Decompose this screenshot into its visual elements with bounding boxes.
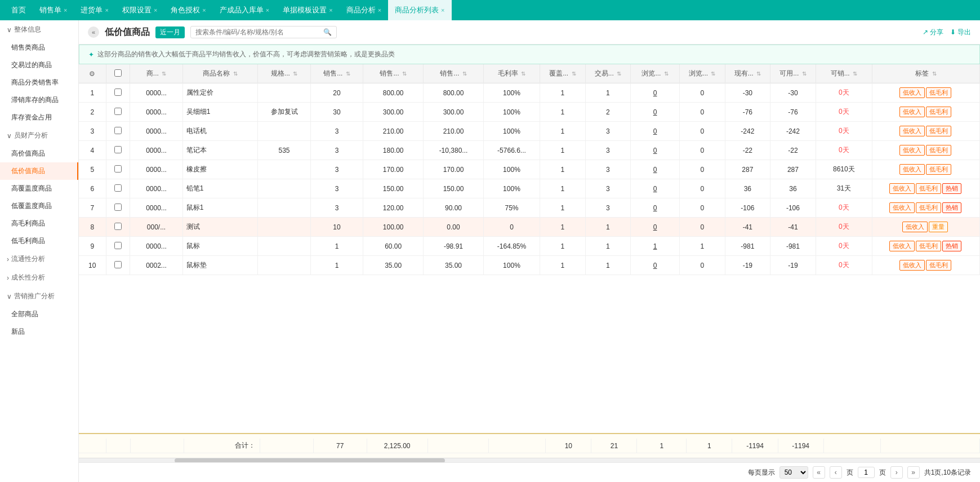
row-checkbox-7[interactable] bbox=[114, 223, 122, 230]
cell-checkbox[interactable] bbox=[106, 218, 130, 237]
column-sale3[interactable]: 销售... ⇅ bbox=[424, 64, 484, 83]
close-analysis-icon[interactable]: × bbox=[378, 7, 381, 14]
nav-sales-order[interactable]: 销售单 × bbox=[33, 0, 74, 20]
cell-browse1[interactable]: 0 bbox=[631, 122, 680, 141]
next-page-button[interactable]: › bbox=[890, 466, 903, 479]
nav-template-settings[interactable]: 单据模板设置 × bbox=[276, 0, 339, 20]
time-filter-button[interactable]: 近一月 bbox=[155, 26, 185, 38]
sidebar-item-sales-category[interactable]: 销售类商品 bbox=[0, 39, 78, 56]
column-settings[interactable]: ⚙ bbox=[79, 64, 106, 83]
browse1-link[interactable]: 0 bbox=[653, 166, 657, 174]
sidebar-item-all-products[interactable]: 全部商品 bbox=[0, 306, 78, 323]
cell-checkbox[interactable] bbox=[106, 256, 130, 275]
sidebar-item-new-products[interactable]: 新品 bbox=[0, 323, 78, 341]
close-analysis-list-icon[interactable]: × bbox=[441, 7, 444, 14]
column-name[interactable]: 商品名称 ⇅ bbox=[182, 64, 258, 83]
page-input[interactable] bbox=[858, 467, 875, 478]
close-storage-icon[interactable]: × bbox=[266, 7, 269, 14]
row-checkbox-2[interactable] bbox=[114, 127, 122, 134]
cell-checkbox[interactable] bbox=[106, 122, 130, 141]
browse1-link[interactable]: 0 bbox=[653, 204, 657, 212]
close-purchase-icon[interactable]: × bbox=[105, 7, 108, 14]
column-sale1[interactable]: 销售... ⇅ bbox=[310, 64, 363, 83]
sidebar-group-marketing[interactable]: ∨ 营销推广分析 bbox=[0, 287, 78, 306]
column-coverage[interactable]: 覆盖... ⇅ bbox=[540, 64, 586, 83]
sidebar-item-high-margin[interactable]: 高毛利商品 bbox=[0, 215, 78, 232]
column-available[interactable]: 可用... ⇅ bbox=[770, 64, 816, 83]
sidebar-group-liquidity[interactable]: › 流通性分析 bbox=[0, 250, 78, 268]
share-button[interactable]: ↗ 分享 bbox=[923, 28, 943, 37]
sidebar-item-capital[interactable]: 库存资金占用 bbox=[0, 109, 78, 126]
close-permission-icon[interactable]: × bbox=[154, 7, 157, 14]
nav-permission[interactable]: 权限设置 × bbox=[115, 0, 164, 20]
cell-checkbox[interactable] bbox=[106, 179, 130, 198]
close-role-icon[interactable]: × bbox=[202, 7, 206, 14]
select-all-checkbox[interactable] bbox=[114, 69, 122, 77]
sidebar-group-growth[interactable]: › 成长性分析 bbox=[0, 268, 78, 287]
sidebar-item-category-rate[interactable]: 商品分类销售率 bbox=[0, 74, 78, 91]
cell-checkbox[interactable] bbox=[106, 141, 130, 160]
close-template-icon[interactable]: × bbox=[329, 7, 332, 14]
cell-browse1[interactable]: 0 bbox=[631, 198, 680, 218]
column-saleable[interactable]: 可销... ⇅ bbox=[816, 64, 872, 83]
cell-browse1[interactable]: 0 bbox=[631, 179, 680, 198]
cell-browse1[interactable]: 0 bbox=[631, 83, 680, 103]
row-checkbox-3[interactable] bbox=[114, 146, 122, 153]
browse1-link[interactable]: 0 bbox=[653, 127, 657, 135]
nav-role-auth[interactable]: 角色授权 × bbox=[164, 0, 212, 20]
cell-checkbox[interactable] bbox=[106, 83, 130, 103]
browse1-link[interactable]: 0 bbox=[653, 262, 657, 269]
column-gross-margin[interactable]: 毛利率 ⇅ bbox=[483, 64, 540, 83]
row-checkbox-0[interactable] bbox=[114, 89, 122, 96]
column-current[interactable]: 现有... ⇅ bbox=[725, 64, 770, 83]
nav-home[interactable]: 首页 bbox=[5, 0, 33, 20]
cell-browse1[interactable]: 0 bbox=[631, 141, 680, 160]
browse1-link[interactable]: 0 bbox=[653, 223, 657, 231]
sidebar-group-financial[interactable]: ∨ 员财产分析 bbox=[0, 126, 78, 145]
nav-product-analysis[interactable]: 商品分析 × bbox=[340, 0, 388, 20]
browse1-link[interactable]: 0 bbox=[653, 108, 657, 116]
column-trade[interactable]: 交易... ⇅ bbox=[585, 64, 631, 83]
cell-browse1[interactable]: 0 bbox=[631, 103, 680, 122]
cell-checkbox[interactable] bbox=[106, 198, 130, 218]
collapse-sidebar-button[interactable]: « bbox=[88, 26, 99, 38]
settings-icon[interactable]: ⚙ bbox=[89, 70, 95, 78]
nav-analysis-list[interactable]: 商品分析列表 × bbox=[388, 0, 451, 20]
column-code[interactable]: 商... ⇅ bbox=[130, 64, 182, 83]
browse1-link[interactable]: 0 bbox=[653, 185, 657, 193]
row-checkbox-1[interactable] bbox=[114, 108, 122, 115]
sidebar-item-low-coverage[interactable]: 低覆盖度商品 bbox=[0, 197, 78, 215]
row-checkbox-6[interactable] bbox=[114, 204, 122, 211]
horizontal-scrollbar[interactable] bbox=[79, 458, 980, 462]
column-browse1[interactable]: 浏览... ⇅ bbox=[631, 64, 680, 83]
cell-browse1[interactable]: 0 bbox=[631, 160, 680, 179]
sidebar-item-slow-moving[interactable]: 滞销库存的商品 bbox=[0, 91, 78, 109]
sidebar-item-low-margin[interactable]: 低毛利商品 bbox=[0, 232, 78, 250]
sidebar-item-low-value[interactable]: 低价值商品 bbox=[0, 162, 78, 180]
cell-browse1[interactable]: 1 bbox=[631, 237, 680, 256]
cell-browse1[interactable]: 0 bbox=[631, 256, 680, 275]
row-checkbox-8[interactable] bbox=[114, 242, 122, 249]
search-icon[interactable]: 🔍 bbox=[323, 28, 332, 36]
search-input[interactable] bbox=[195, 28, 321, 36]
sidebar-group-overall[interactable]: ∨ 整体信息 bbox=[0, 20, 78, 39]
column-browse2[interactable]: 浏览... ⇅ bbox=[680, 64, 725, 83]
cell-browse1[interactable]: 0 bbox=[631, 218, 680, 237]
sidebar-item-high-value[interactable]: 高价值商品 bbox=[0, 145, 78, 162]
column-spec[interactable]: 规格... ⇅ bbox=[258, 64, 310, 83]
nav-purchase-order[interactable]: 进货单 × bbox=[74, 0, 115, 20]
row-checkbox-9[interactable] bbox=[114, 261, 122, 268]
row-checkbox-5[interactable] bbox=[114, 184, 122, 192]
cell-checkbox[interactable] bbox=[106, 237, 130, 256]
last-page-button[interactable]: » bbox=[907, 466, 920, 479]
nav-product-storage[interactable]: 产成品入库单 × bbox=[213, 0, 276, 20]
export-button[interactable]: ⬇ 导出 bbox=[950, 28, 971, 37]
sidebar-item-traded[interactable]: 交易过的商品 bbox=[0, 56, 78, 74]
column-sale2[interactable]: 销售... ⇅ bbox=[363, 64, 424, 83]
browse1-link[interactable]: 0 bbox=[653, 89, 657, 97]
cell-checkbox[interactable] bbox=[106, 160, 130, 179]
prev-page-button[interactable]: ‹ bbox=[830, 466, 842, 479]
per-page-select[interactable]: 50 20 100 bbox=[779, 466, 808, 479]
browse1-link[interactable]: 1 bbox=[653, 242, 657, 250]
browse1-link[interactable]: 0 bbox=[653, 147, 657, 154]
